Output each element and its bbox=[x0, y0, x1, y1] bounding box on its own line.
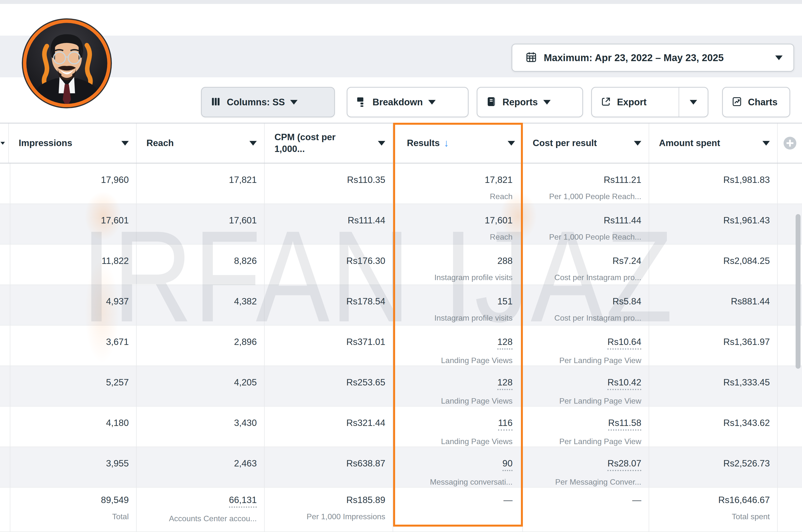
header-reach[interactable]: Reach bbox=[136, 124, 265, 163]
amount-spent-cell: Rs1,343.62 bbox=[649, 406, 778, 446]
amount-spent-cell: Rs1,981.83 bbox=[649, 164, 778, 204]
cost-per-result-value[interactable]: Rs10.42 bbox=[607, 377, 641, 390]
table-row[interactable]: 4,180 3,430 Rs321.44 116 Landing Page Vi… bbox=[0, 406, 802, 447]
amount-spent-cell: Rs1,361.97 bbox=[649, 325, 778, 365]
cost-per-result-type-label: Cost per Instagram pro... bbox=[554, 313, 641, 323]
header-label: Reach bbox=[146, 137, 174, 149]
reach-cell: 17,601 bbox=[136, 204, 265, 244]
impressions-value: 3,955 bbox=[106, 458, 129, 469]
total-cost-per-result-value: — bbox=[632, 494, 641, 506]
reach-value: 4,382 bbox=[234, 296, 257, 307]
impressions-value: 11,822 bbox=[102, 255, 129, 267]
total-reach-value[interactable]: 66,131 bbox=[229, 494, 257, 508]
vertical-scrollbar-thumb[interactable] bbox=[796, 214, 801, 369]
reach-cell: 4,382 bbox=[136, 285, 265, 325]
header-cpm[interactable]: CPM (cost per 1,000... bbox=[265, 124, 393, 163]
cost-per-result-value: Rs7.24 bbox=[613, 255, 641, 267]
results-value[interactable]: 90 bbox=[503, 458, 513, 471]
results-cell: 128 Landing Page Views bbox=[393, 325, 523, 365]
results-value[interactable]: 128 bbox=[497, 377, 513, 390]
table-row[interactable]: 4,937 4,382 Rs178.54 151 Instagram profi… bbox=[0, 285, 802, 325]
charts-icon bbox=[731, 96, 743, 108]
header-label: Cost per result bbox=[533, 137, 597, 149]
header-label: Impressions bbox=[19, 137, 72, 149]
charts-button[interactable]: Charts bbox=[722, 87, 790, 117]
reach-value: 17,821 bbox=[229, 174, 257, 186]
export-options-button[interactable] bbox=[679, 88, 708, 117]
row-cell-extra bbox=[778, 406, 802, 446]
table-row[interactable]: 17,960 17,821 Rs110.35 17,821 Reach Rs11… bbox=[0, 164, 802, 204]
header-clipped-column[interactable] bbox=[0, 124, 9, 163]
cpm-value: Rs638.87 bbox=[346, 458, 385, 469]
reach-cell: 4,205 bbox=[136, 366, 265, 406]
impressions-value: 4,937 bbox=[106, 296, 129, 307]
cpm-cell: Rs253.65 bbox=[265, 366, 393, 406]
table-row[interactable]: 5,257 4,205 Rs253.65 128 Landing Page Vi… bbox=[0, 366, 802, 406]
breakdown-button[interactable]: Breakdown bbox=[347, 87, 469, 117]
results-type-label: Landing Page Views bbox=[441, 396, 513, 406]
amount-spent-value: Rs881.44 bbox=[731, 296, 770, 307]
header-amount-spent[interactable]: Amount spent bbox=[649, 124, 778, 163]
chevron-down-icon bbox=[690, 100, 697, 104]
total-impressions-value: 89,549 bbox=[101, 494, 129, 506]
cost-per-result-cell: Rs5.84 Cost per Instagram pro... bbox=[523, 285, 649, 325]
results-type-label: Instagram profile visits bbox=[434, 272, 513, 282]
reach-cell: 17,821 bbox=[136, 164, 265, 204]
impressions-value: 4,180 bbox=[106, 417, 129, 429]
cpm-cell: Rs321.44 bbox=[265, 406, 393, 446]
cost-per-result-value[interactable]: Rs11.58 bbox=[608, 417, 641, 431]
table-row[interactable]: 3,671 2,896 Rs371.01 128 Landing Page Vi… bbox=[0, 325, 802, 366]
cost-per-result-cell: Rs10.64 Per Landing Page View bbox=[523, 325, 649, 365]
results-value[interactable]: 128 bbox=[497, 336, 513, 349]
cpm-cell: Rs176.30 bbox=[265, 245, 393, 285]
cost-per-result-value[interactable]: Rs28.07 bbox=[607, 458, 641, 471]
header-cost-per-result[interactable]: Cost per result bbox=[523, 124, 649, 163]
reach-value: 17,601 bbox=[229, 215, 257, 226]
cost-per-result-value: Rs111.44 bbox=[604, 215, 641, 226]
cpm-value: Rs321.44 bbox=[346, 417, 385, 429]
total-amount-spent-value: Rs16,646.67 bbox=[718, 494, 770, 506]
cpm-cell: Rs371.01 bbox=[265, 325, 393, 365]
total-cell-extra bbox=[778, 488, 802, 532]
amount-spent-value: Rs1,333.45 bbox=[723, 377, 770, 388]
amount-spent-value: Rs1,361.97 bbox=[723, 336, 770, 348]
amount-spent-value: Rs2,084.25 bbox=[723, 255, 770, 267]
results-type-label: Reach bbox=[490, 232, 513, 242]
reach-value: 3,430 bbox=[234, 417, 257, 429]
reports-button[interactable]: Reports bbox=[477, 87, 583, 117]
export-button[interactable]: Export bbox=[592, 88, 679, 117]
cost-per-result-value: Rs5.84 bbox=[613, 296, 641, 307]
cpm-value: Rs110.35 bbox=[347, 174, 385, 186]
table-row[interactable]: 17,601 17,601 Rs111.44 17,601 Reach Rs11… bbox=[0, 204, 802, 245]
chevron-down-icon bbox=[508, 141, 515, 146]
amount-spent-value: Rs1,981.83 bbox=[723, 174, 770, 186]
cpm-value: Rs176.30 bbox=[346, 255, 385, 267]
amount-spent-cell: Rs2,084.25 bbox=[649, 245, 778, 285]
columns-button[interactable]: Columns: SS bbox=[201, 87, 335, 117]
amount-spent-cell: Rs2,526.73 bbox=[649, 447, 778, 487]
results-cell: 116 Landing Page Views bbox=[393, 406, 523, 446]
results-cell: 17,601 Reach bbox=[393, 204, 523, 244]
reports-icon bbox=[486, 96, 497, 108]
results-value: 17,601 bbox=[485, 215, 513, 226]
chevron-down-icon bbox=[0, 142, 5, 144]
cost-per-result-type-label: Cost per Instagram pro... bbox=[554, 272, 641, 282]
cost-per-result-value[interactable]: Rs10.64 bbox=[607, 336, 641, 349]
chevron-down-icon bbox=[290, 100, 297, 104]
results-value[interactable]: 116 bbox=[498, 417, 513, 431]
total-results-cell: — bbox=[393, 488, 523, 532]
table-total-row: 89,549 Total 66,131 Accounts Center acco… bbox=[0, 488, 802, 532]
results-type-label: Landing Page Views bbox=[441, 356, 513, 365]
table-row[interactable]: 3,955 2,463 Rs638.87 90 Messaging conver… bbox=[0, 447, 802, 488]
row-cell-extra bbox=[778, 447, 802, 487]
date-range-picker[interactable]: Maximum: Apr 23, 2022 – May 23, 2025 bbox=[512, 44, 794, 72]
chevron-down-icon bbox=[634, 141, 641, 146]
header-results[interactable]: Results ↓ bbox=[393, 124, 523, 163]
amount-spent-cell: Rs1,333.45 bbox=[649, 366, 778, 406]
header-add-column[interactable] bbox=[778, 124, 802, 163]
chevron-down-icon bbox=[762, 141, 770, 146]
impressions-cell: 3,671 bbox=[9, 325, 136, 365]
header-impressions[interactable]: Impressions bbox=[9, 124, 136, 163]
table-row[interactable]: 11,822 8,826 Rs176.30 288 Instagram prof… bbox=[0, 245, 802, 285]
total-amount-spent-cell: Rs16,646.67 Total spent bbox=[649, 488, 778, 532]
